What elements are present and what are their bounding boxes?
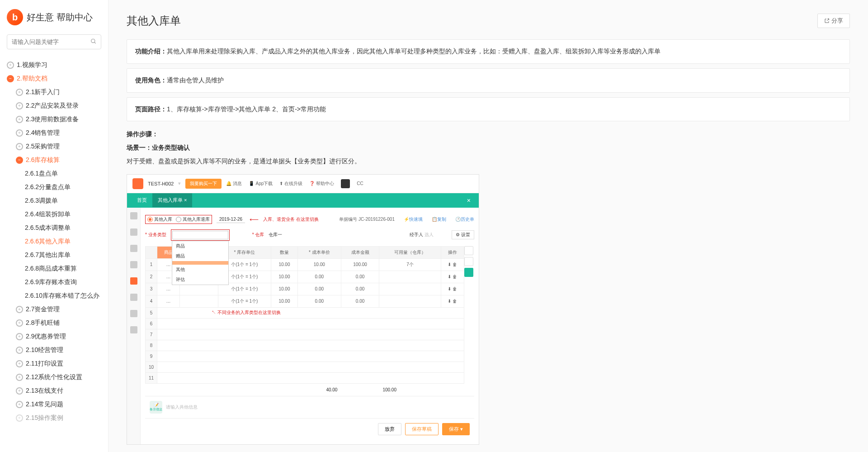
role-box: 使用角色：通常由仓管人员维护 [127,68,850,93]
ss-copy: 📋复制 [432,216,446,223]
path-box: 页面路径：1、库存核算->库存管理->其他入库单 2、首页->常用功能 [127,97,850,122]
ss-remark-input: 请输入共他信息 [166,404,470,410]
nav-2610[interactable]: 2.6.10库存账本错了怎么办 [7,289,101,303]
ss-nav-icon [130,326,137,333]
ss-close-icon: × [463,193,474,208]
plus-icon [16,374,23,381]
nav-top-1[interactable]: 1.视频学习 [7,58,101,72]
nav-sub-211[interactable]: 2.11打印设置 [7,357,101,371]
ss-dd-item: 商品 [172,241,228,251]
nav-263[interactable]: 2.6.3调拨单 [7,194,101,208]
ss-draft-btn: 保存草稿 [405,423,439,435]
nav-261[interactable]: 2.6.1盘点单 [7,167,101,181]
nav-sub-21[interactable]: 2.1新手入门 [7,86,101,99]
ss-nav-icon [130,310,137,317]
content-section: 操作步骤： 场景一：业务类型确认 对于受赠、盘盈或是拆装入库等不同的业务，是通过… [127,130,850,452]
ss-tab-form: 其他入库单 × [152,193,192,207]
ss-dd-item: 其他 [172,265,228,275]
ss-company: TEST-H002 [148,181,174,186]
ss-cancel-btn: 放弃 [378,423,401,435]
search-input[interactable] [7,34,101,49]
ss-upgrade: ⬆ 在线升级 [279,181,302,187]
ss-wh-label: * 仓库 [252,232,264,238]
ss-tool-icon [464,257,473,266]
ss-nav-icon [130,261,137,268]
ss-avatar-icon [341,179,350,188]
nav-sub-27[interactable]: 2.7资金管理 [7,303,101,316]
plus-icon [16,89,23,96]
ss-nav-icon [130,294,137,301]
ss-dd-item [172,261,228,265]
plus-icon [16,116,23,123]
ss-nav-icon [130,228,137,236]
ss-dd-item: 评估 [172,275,228,285]
nav-sub-214[interactable]: 2.14常见问题 [7,398,101,411]
intro-label: 功能介绍： [135,48,167,55]
minus-icon [7,75,14,82]
nav-269[interactable]: 2.6.9库存账本查询 [7,276,101,289]
ss-buy-button: 我要购买一下 [185,179,222,189]
ss-tool-icon [464,246,473,255]
nav-sub-29[interactable]: 2.9优惠券管理 [7,330,101,343]
ss-header: TEST-H002 ▾ 我要购买一下 🔔 消息 📱 App下载 ⬆ 在线升级 ❓… [127,175,479,193]
nav-sub-210[interactable]: 2.10经营管理 [7,343,101,357]
nav-sub-22[interactable]: 2.2产品安装及登录 [7,99,101,113]
nav-sub-213[interactable]: 2.13在线支付 [7,384,101,398]
nav-265[interactable]: 2.6.5成本调整单 [7,221,101,235]
steps-label: 操作步骤： [127,130,850,138]
main-content: 其他入库单 分享 功能介绍：其他入库单用来处理除采购入库、产成品入库之外的其他入… [108,0,868,452]
ss-setting-btn: ⚙ 设置 [452,230,474,239]
embedded-screenshot: TEST-H002 ▾ 我要购买一下 🔔 消息 📱 App下载 ⬆ 在线升级 ❓… [127,174,479,445]
ss-date: 2019-12-26 [217,216,245,223]
ss-save-btn: 保存 ▾ [442,423,470,435]
nav-sub-24[interactable]: 2.4销售管理 [7,126,101,140]
share-button[interactable]: 分享 [817,14,850,28]
ss-app: 📱 App下载 [249,181,273,187]
nav-sub-215[interactable]: 2.15操作案例 [7,411,101,425]
ss-body: 其他入库 其他入库退库 2019-12-26 ⟵ 入库、退货业务 在这里切换 单… [127,208,479,444]
page-header: 其他入库单 分享 [127,14,850,28]
ss-doc-info: 单据编号 JC-20191226-001 ⚡快速填 📋复制 🕐历史单 [339,216,474,223]
ss-person: 经手人 选人 [410,232,434,238]
nav-sub-26[interactable]: 2.6库存核算 [7,153,101,167]
nav-sub-23[interactable]: 2.3使用前数据准备 [7,113,101,126]
role-text: 通常由仓管人员维护 [167,76,224,84]
ss-logo-icon [132,178,143,189]
nav-sub-25[interactable]: 2.5采购管理 [7,140,101,153]
path-label: 页面路径： [135,105,167,113]
intro-box: 功能介绍：其他入库单用来处理除采购入库、产成品入库之外的其他入库业务，因此其他入… [127,39,850,64]
plus-icon [16,102,23,109]
logo-text: 好生意 帮助中心 [27,11,93,24]
nav-267[interactable]: 2.6.7其他出库单 [7,248,101,262]
ss-nav-icon [130,277,137,285]
logo[interactable]: b 好生意 帮助中心 [7,9,101,25]
ss-wh-val: 仓库一 [269,232,282,238]
ss-total-qty: 40.00 [326,387,337,392]
ss-total-amt: 100.00 [382,387,396,392]
minus-icon [16,157,23,164]
nav-268[interactable]: 2.6.8商品成本重算 [7,262,101,276]
intro-text: 其他入库单用来处理除采购入库、产成品入库之外的其他入库业务，因此其他入库单可处理… [167,48,660,55]
plus-icon [16,347,23,354]
ss-quick: ⚡快速填 [404,216,423,223]
nav-sub-28[interactable]: 2.8手机旺铺 [7,316,101,330]
nav-266[interactable]: 2.6.6其他入库单 [7,235,101,248]
ss-user: CC [357,181,363,186]
plus-icon [16,306,23,313]
ss-dropdown-list: 商品 赠品 其他 评估 [172,241,229,285]
nav-264[interactable]: 2.6.4组装拆卸单 [7,208,101,221]
nav-262[interactable]: 2.6.2分量盘点单 [7,181,101,194]
ss-footer: 放弃 保存草稿 保存 ▾ [145,418,474,440]
plus-icon [16,387,23,395]
ss-history: 🕐历史单 [455,216,474,223]
ss-arrow-icon: ⟵ [250,216,259,223]
logo-icon: b [7,9,23,25]
plus-icon [16,319,23,327]
ss-dd-item: 赠品 [172,251,228,261]
nav-sub-212[interactable]: 2.12系统个性化设置 [7,371,101,384]
ss-biztype-label: * 业务类型 [145,232,166,238]
share-icon [824,18,830,24]
ss-dropdown-input [172,231,228,239]
ss-remark-icon: 📝备注信息 [150,401,162,414]
nav-top-2[interactable]: 2.帮助文档 [7,72,101,86]
